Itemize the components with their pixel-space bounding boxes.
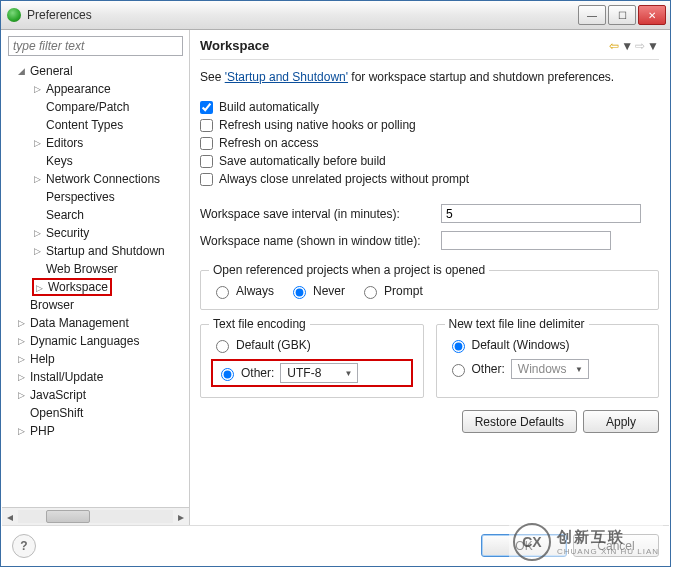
disclosure-icon[interactable]: ▷ xyxy=(16,336,27,346)
tree-item-keys[interactable]: Keys xyxy=(6,152,189,170)
workspace-name-label: Workspace name (shown in window title): xyxy=(200,234,435,248)
disclosure-icon[interactable]: ▷ xyxy=(16,318,27,328)
preferences-tree[interactable]: ◢General▷AppearanceCompare/PatchContent … xyxy=(2,60,189,507)
tree-item-compare-patch[interactable]: Compare/Patch xyxy=(6,98,189,116)
tree-item-perspectives[interactable]: Perspectives xyxy=(6,188,189,206)
tree-item-workspace[interactable]: ▷Workspace xyxy=(6,278,189,296)
scroll-right-icon[interactable]: ▸ xyxy=(173,510,189,524)
encoding-other-highlight: Other: UTF-8 ▼ xyxy=(211,359,413,387)
tree-item-label: Perspectives xyxy=(44,189,117,205)
tree-item-web-browser[interactable]: Web Browser xyxy=(6,260,189,278)
apply-button[interactable]: Apply xyxy=(583,410,659,433)
tree-item-dynamic-languages[interactable]: ▷Dynamic Languages xyxy=(6,332,189,350)
tree-item-general[interactable]: ◢General xyxy=(6,62,189,80)
save-before-build-checkbox[interactable]: Save automatically before build xyxy=(200,154,659,168)
group-legend: Text file encoding xyxy=(209,317,310,331)
rd-label: Always xyxy=(236,284,274,298)
disclosure-icon[interactable]: ◢ xyxy=(16,66,27,76)
disclosure-icon[interactable]: ▷ xyxy=(16,354,27,364)
see-pre: See xyxy=(200,70,225,84)
tree-hscrollbar[interactable]: ◂ ▸ xyxy=(2,507,189,525)
preferences-window: Preferences — ☐ ✕ ◢General▷AppearanceCom… xyxy=(0,0,671,567)
tree-item-content-types[interactable]: Content Types xyxy=(6,116,189,134)
rd-label: Prompt xyxy=(384,284,423,298)
tree-item-browser[interactable]: Browser xyxy=(6,296,189,314)
nav-back-menu-icon[interactable]: ▼ xyxy=(621,39,633,53)
tree-item-label: General xyxy=(28,63,75,79)
disclosure-icon[interactable]: ▷ xyxy=(32,246,43,256)
dialog-footer: ? OK Cancel CX 创新互联 CHUANG XIN HU LIAN xyxy=(2,525,669,565)
help-icon[interactable]: ? xyxy=(12,534,36,558)
tree-item-install-update[interactable]: ▷Install/Update xyxy=(6,368,189,386)
restore-defaults-button[interactable]: Restore Defaults xyxy=(462,410,577,433)
chevron-down-icon: ▼ xyxy=(341,369,355,378)
open-never-radio[interactable]: Never xyxy=(288,283,345,299)
tree-item-label: Help xyxy=(28,351,57,367)
build-automatically-checkbox[interactable]: Build automatically xyxy=(200,100,659,114)
tree-item-label: Dynamic Languages xyxy=(28,333,141,349)
delimiter-other-combo[interactable]: Windows ▼ xyxy=(511,359,589,379)
disclosure-icon[interactable]: ▷ xyxy=(16,372,27,382)
encoding-default-radio[interactable]: Default (GBK) xyxy=(211,337,413,353)
disclosure-icon[interactable]: ▷ xyxy=(16,426,27,436)
open-always-radio[interactable]: Always xyxy=(211,283,274,299)
scroll-thumb[interactable] xyxy=(46,510,90,523)
disclosure-icon[interactable]: ▷ xyxy=(32,174,43,184)
delimiter-other-radio[interactable]: Other: xyxy=(447,361,505,377)
delimiter-default-radio[interactable]: Default (Windows) xyxy=(447,337,649,353)
see-link-row: See 'Startup and Shutdown' for workspace… xyxy=(200,60,659,100)
encoding-other-combo[interactable]: UTF-8 ▼ xyxy=(280,363,358,383)
encoding-other-radio[interactable]: Other: xyxy=(216,365,274,381)
tree-item-label: Security xyxy=(44,225,91,241)
tree-item-label: Network Connections xyxy=(44,171,162,187)
page-title: Workspace xyxy=(200,38,609,53)
tree-item-help[interactable]: ▷Help xyxy=(6,350,189,368)
tree-item-label: Browser xyxy=(28,297,76,313)
see-post: for workspace startup and shutdown prefe… xyxy=(348,70,614,84)
workspace-name-input[interactable] xyxy=(441,231,611,250)
cancel-button[interactable]: Cancel xyxy=(573,534,659,557)
close-unrelated-checkbox[interactable]: Always close unrelated projects without … xyxy=(200,172,659,186)
tree-item-appearance[interactable]: ▷Appearance xyxy=(6,80,189,98)
disclosure-icon[interactable]: ▷ xyxy=(32,84,43,94)
disclosure-icon[interactable]: ▷ xyxy=(34,283,45,293)
ok-button[interactable]: OK xyxy=(481,534,567,557)
close-button[interactable]: ✕ xyxy=(638,5,666,25)
nav-back-icon[interactable]: ⇦ xyxy=(609,39,619,53)
tree-item-editors[interactable]: ▷Editors xyxy=(6,134,189,152)
disclosure-icon[interactable]: ▷ xyxy=(32,228,43,238)
tree-item-startup-and-shutdown[interactable]: ▷Startup and Shutdown xyxy=(6,242,189,260)
save-interval-label: Workspace save interval (in minutes): xyxy=(200,207,435,221)
encoding-group: Text file encoding Default (GBK) Other: … xyxy=(200,324,424,398)
scroll-left-icon[interactable]: ◂ xyxy=(2,510,18,524)
page-nav: ⇦ ▼ ⇨ ▼ xyxy=(609,39,659,53)
tree-item-label: JavaScript xyxy=(28,387,88,403)
chk-label: Build automatically xyxy=(219,100,319,114)
app-icon xyxy=(7,8,21,22)
tree-item-javascript[interactable]: ▷JavaScript xyxy=(6,386,189,404)
tree-item-network-connections[interactable]: ▷Network Connections xyxy=(6,170,189,188)
refresh-native-checkbox[interactable]: Refresh using native hooks or polling xyxy=(200,118,659,132)
open-prompt-radio[interactable]: Prompt xyxy=(359,283,423,299)
filter-input[interactable] xyxy=(8,36,183,56)
disclosure-icon[interactable]: ▷ xyxy=(16,390,27,400)
combo-value: UTF-8 xyxy=(287,366,341,380)
refresh-access-checkbox[interactable]: Refresh on access xyxy=(200,136,659,150)
tree-item-label: Install/Update xyxy=(28,369,105,385)
nav-forward-menu-icon[interactable]: ▼ xyxy=(647,39,659,53)
tree-item-openshift[interactable]: OpenShift xyxy=(6,404,189,422)
tree-item-search[interactable]: Search xyxy=(6,206,189,224)
save-interval-input[interactable] xyxy=(441,204,641,223)
startup-shutdown-link[interactable]: 'Startup and Shutdown' xyxy=(225,70,348,84)
disclosure-icon[interactable]: ▷ xyxy=(32,138,43,148)
tree-item-security[interactable]: ▷Security xyxy=(6,224,189,242)
tree-item-data-management[interactable]: ▷Data Management xyxy=(6,314,189,332)
minimize-button[interactable]: — xyxy=(578,5,606,25)
rd-label: Default (GBK) xyxy=(236,338,311,352)
titlebar[interactable]: Preferences — ☐ ✕ xyxy=(1,1,670,30)
tree-selection-highlight: ▷Workspace xyxy=(32,278,112,296)
tree-item-php[interactable]: ▷PHP xyxy=(6,422,189,440)
chk-label: Refresh on access xyxy=(219,136,318,150)
maximize-button[interactable]: ☐ xyxy=(608,5,636,25)
nav-forward-icon[interactable]: ⇨ xyxy=(635,39,645,53)
